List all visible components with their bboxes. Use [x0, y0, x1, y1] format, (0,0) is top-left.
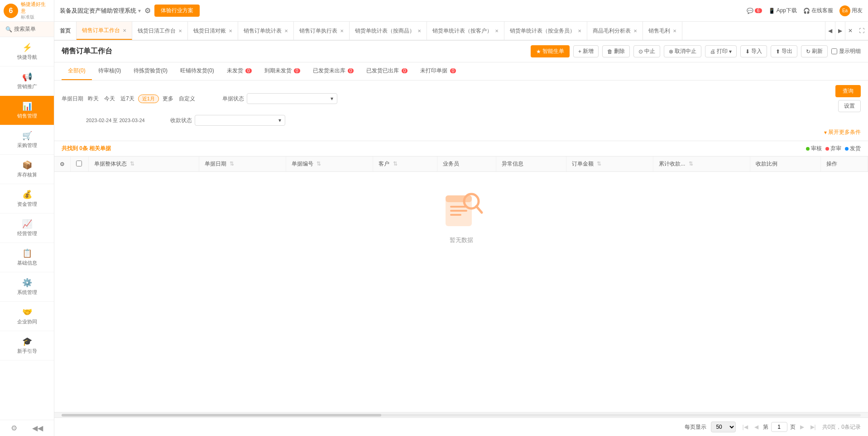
tab-close-icon[interactable]: ✕ — [229, 28, 232, 33]
inventory-icon: 📦 — [22, 160, 32, 170]
anti-review-action-button[interactable]: 弃审 — [825, 145, 841, 152]
tab-scroll-left[interactable]: ◀ — [825, 22, 835, 40]
sidebar-item-enterprise[interactable]: 🤝 企业协同 — [0, 302, 54, 331]
sub-tab-label: 已发货未出库 — [313, 67, 345, 74]
sub-tab-shipped-out[interactable]: 已发货已出库 0 — [360, 62, 414, 80]
tab-maximize[interactable]: ⛶ — [855, 28, 868, 34]
add-button[interactable]: + 新增 — [573, 45, 599, 57]
print-button[interactable]: 🖨 打印 ▾ — [705, 45, 737, 57]
ship-action-button[interactable]: 发货 — [845, 145, 861, 152]
sidebar-item-operation[interactable]: 📈 经营管理 — [0, 213, 54, 243]
tab-close-icon[interactable]: ✕ — [123, 28, 126, 33]
sub-tab-pending-review[interactable]: 待审核(0) — [92, 62, 128, 80]
tab-close-icon[interactable]: ✕ — [495, 28, 499, 33]
tab-close-icon[interactable]: ✕ — [178, 28, 182, 33]
tab-cash-reconcile[interactable]: 钱货日清对账 ✕ — [188, 22, 238, 40]
column-number[interactable]: 单据编号 ⇅ — [286, 156, 373, 172]
tab-sales-workbench[interactable]: 销售订单工作台 ✕ — [77, 22, 132, 40]
last-page-button[interactable]: ▶| — [809, 423, 818, 431]
message-center[interactable]: 💬 6 — [747, 8, 762, 14]
tab-sales-exec[interactable]: 销售订单执行表 ✕ — [294, 22, 350, 40]
sidebar-item-basic[interactable]: 📋 基础信息 — [0, 243, 54, 272]
date-option-yesterday[interactable]: 昨天 — [86, 94, 101, 104]
scroll-track[interactable] — [62, 414, 861, 417]
import-button[interactable]: ⬇ 导入 — [740, 45, 767, 57]
export-button[interactable]: ⬆ 导出 — [771, 45, 797, 57]
sub-tab-pending-check[interactable]: 待拣货验货(0) — [127, 62, 174, 80]
column-amount[interactable]: 订单金额 ⇅ — [566, 156, 653, 172]
tab-close-icon[interactable]: ✕ — [633, 28, 637, 33]
refresh-button[interactable]: ↻ 刷新 — [801, 45, 828, 57]
date-option-1month[interactable]: 近1月 — [138, 95, 159, 103]
sort-icon: ⇅ — [597, 161, 601, 167]
sidebar-item-system[interactable]: ⚙️ 系统管理 — [0, 272, 54, 302]
date-option-7days[interactable]: 近7天 — [119, 94, 136, 104]
prev-page-button[interactable]: ◀ — [753, 423, 760, 431]
status-select[interactable]: ▾ — [247, 93, 337, 104]
set-button[interactable]: 设置 — [838, 100, 861, 112]
industry-solution-button[interactable]: 体验行业方案 — [154, 5, 200, 17]
cancel-stop-button[interactable]: ⊗ 取消中止 — [664, 45, 701, 57]
select-all-checkbox[interactable] — [76, 161, 82, 166]
tab-sales-stat-customer[interactable]: 销货单统计表（按客户） ✕ — [427, 22, 504, 40]
tab-sales-stat-product[interactable]: 销货单统计表（按商品） ✕ — [350, 22, 427, 40]
online-service[interactable]: 🎧 在线客服 — [803, 7, 833, 14]
tab-sales-stats[interactable]: 销售订单统计表 ✕ — [238, 22, 294, 40]
collapse-icon[interactable]: ◀◀ — [32, 424, 43, 432]
sidebar-item-sales[interactable]: 📊 销售管理 — [0, 96, 54, 125]
settings-gear-icon[interactable]: ⚙ — [144, 6, 151, 15]
sidebar-item-guide[interactable]: 🎓 新手引导 — [0, 331, 54, 360]
stop-button[interactable]: ⊙ 中止 — [633, 45, 660, 57]
scroll-bar-area[interactable] — [54, 412, 868, 417]
query-button[interactable]: 查询 — [835, 85, 861, 97]
tab-sales-stat-staff[interactable]: 销货单统计表（按业务员） ✕ — [504, 22, 587, 40]
page-input[interactable] — [771, 422, 787, 432]
tab-close-icon[interactable]: ✕ — [673, 28, 676, 33]
show-detail-toggle[interactable]: 显示明细 — [831, 47, 861, 55]
next-page-button[interactable]: ▶ — [798, 423, 806, 431]
sub-tab-shipped-not-out[interactable]: 已发货未出库 0 — [307, 62, 360, 80]
sub-tab-wangpu[interactable]: 旺铺待发货(0) — [174, 62, 221, 80]
first-page-button[interactable]: |◀ — [740, 423, 749, 431]
sidebar-item-purchase[interactable]: 🛒 采购管理 — [0, 125, 54, 155]
smart-generate-button[interactable]: ★ 智能生单 — [531, 45, 570, 57]
payment-select[interactable]: ▾ — [195, 115, 285, 126]
date-option-custom[interactable]: 自定义 — [177, 94, 197, 104]
user-menu[interactable]: Ea 用友 — [839, 5, 863, 16]
sidebar-item-finance[interactable]: 💰 资金管理 — [0, 184, 54, 213]
tab-home[interactable]: 首页 — [54, 22, 77, 40]
column-status[interactable]: 单据整体状态 ⇅ — [89, 156, 199, 172]
tab-close-icon[interactable]: ✕ — [417, 28, 421, 33]
per-page-select[interactable]: 50 20 100 — [711, 422, 736, 432]
sidebar-item-inventory[interactable]: 📦 库存核算 — [0, 155, 54, 184]
settings-bottom-icon[interactable]: ⚙ — [11, 424, 17, 432]
tab-close-icon[interactable]: ✕ — [284, 28, 288, 33]
date-option-today[interactable]: 今天 — [102, 94, 117, 104]
sidebar-item-marketing[interactable]: 📢 营销推广 — [0, 66, 54, 96]
sub-tab-unprinted[interactable]: 未打印单据 0 — [414, 62, 462, 80]
sidebar-search[interactable]: 🔍 搜索菜单 — [0, 22, 54, 37]
delete-button[interactable]: 🗑 删除 — [602, 45, 630, 57]
sidebar-item-quick-nav[interactable]: ⚡ 快捷导航 — [0, 37, 54, 66]
tab-cash-daily[interactable]: 钱货日清工作台 ✕ — [132, 22, 188, 40]
expand-conditions-button[interactable]: ▾ 展开更多条件 — [824, 128, 861, 136]
tab-scroll-right[interactable]: ▶ — [835, 22, 845, 40]
sub-tab-unshipped[interactable]: 未发货 0 — [221, 62, 258, 80]
show-detail-checkbox[interactable] — [831, 48, 837, 54]
sub-tab-all[interactable]: 全部(0) — [62, 62, 92, 80]
module-dropdown-icon[interactable]: ▾ — [138, 8, 141, 14]
scroll-thumb[interactable] — [62, 414, 381, 417]
review-action-button[interactable]: 审核 — [806, 145, 822, 152]
column-settings[interactable]: ⚙ — [54, 156, 71, 172]
tab-sales-gross[interactable]: 销售毛利 ✕ — [643, 22, 682, 40]
tab-gross-margin[interactable]: 商品毛利分析表 ✕ — [587, 22, 643, 40]
column-accumulated[interactable]: 累计收款... ⇅ — [653, 156, 750, 172]
tab-close-icon[interactable]: ✕ — [578, 28, 581, 33]
sub-tab-overdue-unshipped[interactable]: 到期未发货 0 — [258, 62, 307, 80]
tab-close-all[interactable]: ✕ — [845, 22, 855, 40]
column-customer[interactable]: 客户 ⇅ — [373, 156, 437, 172]
column-date[interactable]: 单据日期 ⇅ — [199, 156, 286, 172]
app-download[interactable]: 📱 App下载 — [768, 7, 797, 14]
tab-close-icon[interactable]: ✕ — [340, 28, 344, 33]
date-option-more[interactable]: 更多 — [161, 94, 175, 104]
